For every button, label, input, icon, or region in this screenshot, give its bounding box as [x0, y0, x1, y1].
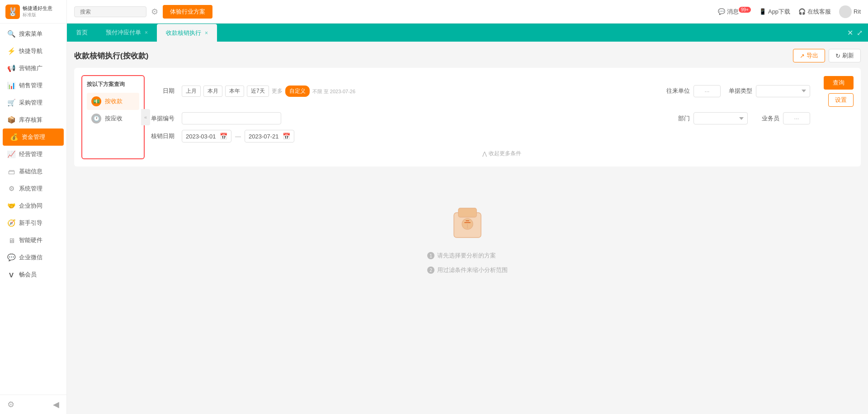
avatar	[839, 5, 852, 18]
footer-collapse-icon[interactable]: ◀	[53, 400, 59, 409]
doc-no-input[interactable]	[182, 112, 281, 124]
sidebar-item-basic[interactable]: 🗃 基础信息	[0, 163, 66, 180]
verify-date-label: 核销日期	[150, 132, 175, 140]
message-label: 消息	[727, 8, 739, 16]
online-service-button[interactable]: 🎧 在线客服	[798, 8, 831, 16]
user-profile[interactable]: Rit	[839, 5, 861, 18]
filter-sidebar-collapse-btn[interactable]: «	[141, 109, 150, 125]
date-btn-custom[interactable]: 自定义	[285, 86, 310, 97]
calendar-icon: 📅	[220, 133, 227, 140]
sidebar-nav: 🔍 搜索菜单 ⚡ 快捷导航 📢 营销推广 📊 销售管理 🛒 采购管理 📦 库存核…	[0, 24, 66, 395]
filter-option-label: 按应收	[105, 114, 123, 123]
counterpart-label: 往来单位	[665, 87, 690, 95]
app-download-button[interactable]: 📱 App下载	[759, 8, 790, 16]
tab-home[interactable]: 首页	[67, 24, 97, 42]
employee-label: 业务员	[755, 114, 779, 123]
sidebar-item-collab[interactable]: 🤝 企业协同	[0, 197, 66, 214]
date-btn-last-month[interactable]: 上月	[182, 86, 201, 97]
date-separator: —	[235, 133, 241, 140]
sidebar-item-label: 智能硬件	[19, 236, 42, 244]
message-button[interactable]: 💬 消息 99+	[718, 8, 751, 16]
topbar: ⚙ 体验行业方案 💬 消息 99+ 📱 App下载 🎧 在线客服 Rit	[67, 0, 868, 24]
empty-state: 1 请先选择要分析的方案 2 用过滤条件来缩小分析范围	[74, 172, 861, 303]
calendar-icon-2: 📅	[283, 133, 290, 140]
basic-icon: 🗃	[7, 168, 15, 176]
sidebar-item-label: 快捷导航	[19, 47, 42, 55]
search-icon: 🔍	[7, 30, 15, 38]
tab-window-controls: ✕ ⤢	[847, 29, 868, 37]
date-btn-this-year[interactable]: 本年	[225, 86, 244, 97]
sidebar-item-system[interactable]: ⚙ 系统管理	[0, 180, 66, 197]
app-name: 畅捷通好生意	[23, 5, 52, 12]
sidebar-item-label: 畅会员	[19, 271, 37, 279]
sidebar-item-label: 搜索菜单	[19, 30, 42, 38]
query-row-2: 单据编号 部门 业务员 ···	[150, 112, 854, 124]
tab-collection-label: 收款核销执行	[166, 29, 201, 37]
dept-select[interactable]	[693, 112, 748, 124]
export-button[interactable]: ↗ 导出	[793, 49, 825, 62]
window-expand-icon[interactable]: ⤢	[857, 29, 863, 37]
refresh-button[interactable]: ↻ 刷新	[829, 49, 861, 62]
counterpart-input[interactable]: ···	[693, 85, 721, 97]
guide-icon: 🧭	[7, 219, 15, 227]
doc-type-select[interactable]	[756, 85, 810, 97]
sidebar-item-finance[interactable]: 💰 资金管理	[3, 128, 64, 146]
sales-icon: 📊	[7, 81, 15, 90]
collapse-conditions-label: 收起更多条件	[489, 150, 521, 157]
collapse-icon: «	[144, 114, 147, 120]
date-filters: 上月 本月 本年 近7天 更多 自定义 不限 至 2023-07-26	[182, 86, 355, 97]
date-label: 日期	[150, 87, 175, 95]
export-icon: ↗	[800, 52, 805, 59]
sidebar-item-hardware[interactable]: 🖥 智能硬件	[0, 232, 66, 249]
empty-step-2-text: 用过滤条件来缩小分析范围	[437, 264, 508, 276]
sidebar-item-purchase[interactable]: 🛒 采购管理	[0, 94, 66, 111]
empty-steps: 1 请先选择要分析的方案 2 用过滤条件来缩小分析范围	[427, 250, 508, 276]
sidebar-item-wecom[interactable]: 💬 企业微信	[0, 249, 66, 266]
verify-end-date[interactable]: 2023-07-21 📅	[245, 130, 294, 143]
query-button[interactable]: 查询	[824, 76, 854, 90]
filter-option-by-receipt[interactable]: 💵 按收款	[87, 93, 139, 110]
setting-button[interactable]: 设置	[828, 93, 854, 107]
employee-input[interactable]: ···	[783, 112, 810, 124]
footer-settings-icon[interactable]: ⚙	[7, 400, 14, 409]
filter-option-by-receivable[interactable]: 🕐 按应收	[87, 110, 139, 127]
doc-no-label: 单据编号	[150, 114, 175, 123]
tab-prepay-close[interactable]: ×	[145, 29, 148, 36]
inventory-icon: 📦	[7, 116, 15, 124]
date-btn-this-month[interactable]: 本月	[203, 86, 222, 97]
sidebar: 🐰 畅捷通好生意 标准版 🔍 搜索菜单 ⚡ 快捷导航 📢 营销推广 📊 销售管理…	[0, 0, 67, 414]
topbar-search-input[interactable]	[74, 6, 146, 17]
sidebar-item-label: 资金管理	[22, 133, 45, 141]
date-more-label[interactable]: 更多	[272, 87, 283, 95]
collapse-arrow-icon: ⋀	[482, 151, 487, 157]
sidebar-item-member[interactable]: V 畅会员	[0, 266, 66, 283]
hardware-icon: 🖥	[7, 237, 15, 244]
empty-step-2: 2 用过滤条件来缩小分析范围	[427, 264, 508, 276]
sidebar-item-quicknav[interactable]: ⚡ 快捷导航	[0, 43, 66, 60]
sidebar-item-sales[interactable]: 📊 销售管理	[0, 77, 66, 94]
sidebar-item-label: 新手引导	[19, 219, 42, 227]
svg-rect-1	[458, 208, 476, 217]
sidebar-item-marketing[interactable]: 📢 营销推广	[0, 60, 66, 77]
collab-icon: 🤝	[7, 202, 15, 210]
tab-collection-close[interactable]: ×	[205, 30, 208, 36]
message-badge: 99+	[739, 7, 751, 13]
finance-icon: 💰	[10, 133, 18, 141]
tab-collection[interactable]: 收款核销执行 ×	[157, 24, 217, 42]
topbar-gear-icon[interactable]: ⚙	[151, 7, 158, 17]
tab-home-label: 首页	[76, 29, 88, 37]
query-row-3: 核销日期 2023-03-01 📅 — 2023-07-21 📅	[150, 130, 854, 143]
window-close-icon[interactable]: ✕	[847, 29, 853, 37]
industry-solution-button[interactable]: 体验行业方案	[163, 5, 212, 19]
sidebar-item-inventory[interactable]: 📦 库存核算	[0, 111, 66, 128]
verify-start-date[interactable]: 2023-03-01 📅	[182, 130, 231, 143]
sidebar-item-guide[interactable]: 🧭 新手引导	[0, 214, 66, 232]
sidebar-item-management[interactable]: 📈 经营管理	[0, 146, 66, 163]
filter-option-label: 按收款	[105, 97, 123, 105]
sidebar-item-search[interactable]: 🔍 搜索菜单	[0, 25, 66, 43]
sidebar-item-label: 企业协同	[19, 202, 42, 210]
date-btn-7days[interactable]: 近7天	[247, 86, 269, 97]
empty-step-1: 1 请先选择要分析的方案	[427, 250, 508, 262]
collapse-conditions-btn[interactable]: ⋀ 收起更多条件	[150, 148, 854, 159]
tab-prepay[interactable]: 预付冲应付单 ×	[97, 24, 157, 42]
